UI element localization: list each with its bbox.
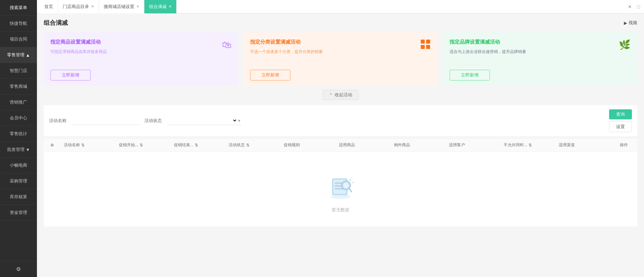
svg-point-14 (353, 182, 354, 183)
cards-row: 指定商品设置满减活动 🛍 可指定滞销商品或库存较多商品 立即新增 指定分类设置满… (44, 32, 637, 86)
filter-row: 活动名称 活动状态 进行中 已结束 ▼ 查询 设置 (44, 105, 637, 136)
sort-icon-promo-end[interactable]: ⇅ (195, 143, 198, 148)
filter-buttons: 查询 设置 (609, 109, 632, 132)
page-header: 组合满减 ▶ 视频 (44, 19, 637, 27)
card-category-title: 指定分类设置满减活动 (250, 39, 431, 45)
close-tab-product-catalog[interactable]: ✕ (91, 4, 94, 9)
th-activity-status: 活动状态 ⇅ (225, 142, 280, 148)
activity-status-select-wrapper: 进行中 已结束 ▼ (167, 116, 241, 125)
th-activity-name: 活动名称 ⇅ (60, 142, 116, 148)
sidebar-item-retail-stats[interactable]: 零售统计 (0, 126, 37, 142)
activity-status-select[interactable]: 进行中 已结束 (167, 116, 237, 125)
sidebar-item-xiaochu-ecom[interactable]: 小畅电商 (0, 158, 37, 173)
tab-product-catalog[interactable]: 门店商品目录 ✕ (58, 0, 99, 13)
maximize-window-btn[interactable]: □ (636, 3, 641, 11)
th-gear[interactable]: ⚙ (44, 142, 60, 148)
close-tab-mini-shop-settings[interactable]: ✕ (136, 4, 139, 9)
empty-text: 暂无数据 (44, 207, 637, 213)
svg-rect-3 (426, 45, 430, 49)
empty-state: 暂无数据 (44, 152, 637, 226)
th-promo-start: 促销开始... ⇅ (116, 142, 171, 148)
sort-icon-promo-start[interactable]: ⇅ (140, 143, 143, 148)
card-brand-icon: 🌿 (619, 39, 631, 50)
close-tab-combo-discount[interactable]: ✕ (169, 4, 172, 9)
svg-rect-1 (426, 40, 430, 44)
svg-line-12 (349, 188, 352, 192)
chevron-up-icon: ▲ (26, 53, 30, 58)
settings-icon: ⚙ (50, 143, 54, 148)
card-brand-desc: 适合与上游企业联合做营销，提升品牌销量 (450, 49, 631, 66)
svg-point-15 (351, 177, 352, 178)
card-product-discount: 指定商品设置满减活动 🛍 可指定滞销商品或库存较多商品 立即新增 (44, 32, 238, 86)
activity-name-input[interactable] (72, 117, 139, 125)
sort-icon-no-simultaneous[interactable]: ⇅ (528, 143, 532, 148)
th-promo-rule: 促销规则 (280, 142, 335, 148)
sidebar-item-membership[interactable]: 会员中心 (0, 110, 37, 126)
empty-illustration (324, 172, 357, 202)
table-container: ⚙ 活动名称 ⇅ 促销开始... ⇅ 促销结束... ⇅ 活动状态 ⇅ (44, 139, 637, 226)
page-title: 组合满减 (44, 19, 68, 27)
table-header: ⚙ 活动名称 ⇅ 促销开始... ⇅ 促销结束... ⇅ 活动状态 ⇅ (44, 139, 637, 152)
card-category-icon (420, 39, 431, 52)
sidebar-item-purchase-mgmt[interactable]: 采购管理 (0, 173, 37, 189)
sidebar: 搜索菜单 快捷导航 项目合同 零售管理 ▲ 智慧门店 零售商城 营销推广 会员中… (0, 0, 37, 277)
query-btn[interactable]: 查询 (609, 109, 632, 119)
card-product-title: 指定商品设置满减活动 (50, 39, 231, 45)
collapse-bar: ⌃ 收起活动 (44, 90, 637, 100)
tab-bar: 首页 门店商品目录 ✕ 微商城店铺设置 ✕ 组合满减 ✕ ✕ □ (37, 0, 644, 13)
card-brand-discount: 指定品牌设置满减活动 🌿 适合与上游企业联合做营销，提升品牌销量 立即新增 (443, 32, 637, 86)
sort-icon-activity-status[interactable]: ⇅ (246, 143, 249, 148)
gear-icon: ⚙ (16, 266, 21, 272)
sidebar-item-retail-mgmt[interactable]: 零售管理 ▲ (0, 47, 37, 63)
settings-btn[interactable]: 设置 (609, 121, 632, 132)
main-content: 组合满减 ▶ 视频 指定商品设置满减活动 🛍 可指定滞销商品或库存较多商品 立即… (37, 13, 644, 277)
sidebar-item-project-contract[interactable]: 项目合同 (0, 32, 37, 47)
play-icon: ▶ (624, 20, 627, 25)
tab-mini-shop-settings[interactable]: 微商城店铺设置 ✕ (99, 0, 144, 13)
card-category-btn[interactable]: 立即新增 (250, 70, 290, 80)
sidebar-item-marketing[interactable]: 营销推广 (0, 95, 37, 110)
sidebar-search[interactable]: 搜索菜单 (0, 0, 37, 16)
close-window-btn[interactable]: ✕ (627, 3, 633, 11)
tab-combo-discount[interactable]: 组合满减 ✕ (144, 0, 177, 13)
chevron-up-icon: ⌃ (329, 93, 333, 98)
collapse-activities-btn[interactable]: ⌃ 收起活动 (323, 90, 359, 100)
sort-icon-activity-name[interactable]: ⇅ (81, 143, 85, 148)
svg-point-13 (350, 179, 351, 181)
card-product-btn[interactable]: 立即新增 (50, 70, 91, 80)
th-exception-goods: 例外商品 (390, 142, 446, 148)
svg-rect-2 (421, 45, 425, 49)
card-brand-btn[interactable]: 立即新增 (450, 70, 490, 80)
sidebar-item-finance-mgmt[interactable]: 资金管理 (0, 205, 37, 221)
svg-rect-0 (421, 40, 425, 44)
sidebar-item-wholesale-mgmt[interactable]: 批发管理 ▼ (0, 142, 37, 158)
chevron-down-icon: ▼ (26, 147, 30, 152)
card-product-icon: 🛍 (222, 39, 231, 50)
sidebar-item-inventory-check[interactable]: 库存核算 (0, 189, 37, 205)
th-applicable-goods: 适用商品 (335, 142, 390, 148)
chevron-down-icon: ▼ (237, 119, 241, 123)
video-link[interactable]: ▶ 视频 (624, 20, 637, 26)
th-applicable-customer: 适用客户 (446, 142, 501, 148)
th-promo-end: 促销结束... ⇅ (171, 142, 226, 148)
sidebar-settings[interactable]: ⚙ (0, 261, 37, 277)
card-brand-title: 指定品牌设置满减活动 (450, 39, 631, 45)
card-category-desc: 可选一个或者多个分类，提升分类的销量 (250, 49, 431, 66)
sidebar-item-smart-store[interactable]: 智慧门店 (0, 63, 37, 79)
activity-name-label: 活动名称 (49, 118, 66, 124)
sidebar-item-quick-nav[interactable]: 快捷导航 (0, 16, 37, 32)
tab-home[interactable]: 首页 (40, 0, 58, 13)
th-no-simultaneous: 不允许同时... ⇅ (500, 142, 555, 148)
tab-actions: ✕ □ (627, 3, 641, 11)
main-area: 首页 门店商品目录 ✕ 微商城店铺设置 ✕ 组合满减 ✕ ✕ □ 组合满减 ▶ … (37, 0, 644, 277)
card-product-desc: 可指定滞销商品或库存较多商品 (50, 49, 231, 66)
svg-point-11 (343, 183, 349, 188)
th-operations: 操作 (610, 142, 637, 148)
activity-status-label: 活动状态 (144, 118, 162, 124)
card-category-discount: 指定分类设置满减活动 可选一个或者多个分类，提升分类的销量 立即新增 (243, 32, 438, 86)
th-applicable-channel: 适用渠道 (555, 142, 610, 148)
sidebar-item-retail-mall[interactable]: 零售商城 (0, 79, 37, 95)
